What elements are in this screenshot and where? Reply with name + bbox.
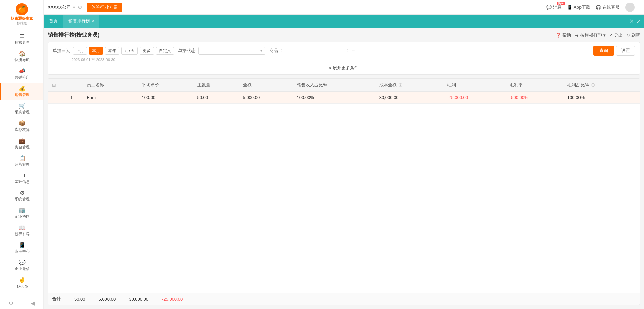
sidebar-item-member[interactable]: ✌ 畅会员: [0, 274, 43, 292]
status-chevron-icon: ▾: [260, 49, 262, 53]
tab-expand-icon[interactable]: ⤢: [636, 18, 641, 24]
filter-settings-btn[interactable]: 设置: [616, 46, 635, 56]
msg-btn[interactable]: 💬 消息 99+: [546, 4, 562, 10]
filter-more-btn[interactable]: ···: [352, 48, 355, 53]
sidebar-item-quicknav[interactable]: 🏠 快捷导航: [0, 48, 43, 65]
date-btn-this-year[interactable]: 本年: [105, 47, 119, 55]
sidebar-item-system[interactable]: ⚙ 系统管理: [0, 187, 43, 204]
footer-label: 合计: [52, 296, 61, 302]
column-settings-icon[interactable]: ⊞: [52, 82, 56, 88]
data-table: ⊞ 员工名称 平均单价 主数量 全额 销售收入占比% 成本全额 ⓘ: [48, 79, 640, 104]
th-gross: 毛利: [443, 79, 506, 92]
footer-qty: 50.00: [74, 297, 85, 302]
company-selector[interactable]: XXXXX公司 ▾: [48, 4, 75, 10]
company-name: XXXXX公司: [48, 4, 71, 10]
query-btn[interactable]: 查询: [593, 46, 614, 56]
tab-home-label: 首页: [49, 18, 58, 24]
app-label: App下载: [574, 4, 590, 10]
sidebar-item-purchase[interactable]: 🛒 采购管理: [0, 100, 43, 117]
sidebar-collapse-btn[interactable]: ◀: [31, 300, 35, 306]
app-icon: 📱: [567, 5, 572, 10]
tab-sales-ranking[interactable]: 销售排行榜 ×: [63, 15, 99, 28]
status-select[interactable]: ▾: [198, 47, 265, 55]
logo-text: 畅康通好生意: [11, 16, 33, 21]
cell-avg-price: 100.00: [138, 92, 193, 104]
tab-close-icon[interactable]: ×: [92, 19, 94, 23]
main-area: XXXXX公司 ▾ ⚙ 体验行业方案 💬 消息 99+ 📱 App下载 🎧 在线…: [44, 0, 644, 309]
goods-input[interactable]: [281, 49, 348, 52]
gross-pct-info-icon[interactable]: ⓘ: [591, 83, 595, 87]
enterprise-icon: 🏢: [19, 207, 26, 213]
operations-icon: 📋: [19, 155, 26, 161]
app-download-btn[interactable]: 📱 App下载: [567, 4, 590, 10]
user-avatar[interactable]: [625, 3, 635, 12]
tabbar-right: ✕ ⤢: [629, 18, 644, 24]
sidebar-item-guide[interactable]: 📖 新手引导: [0, 222, 43, 239]
filter-bar: 单据日期 上月 本月 本年 近7天 更多 自定义 单据状态 ▾: [48, 42, 640, 75]
th-avg-price: 平均单价: [138, 79, 193, 92]
tab-home[interactable]: 首页: [44, 15, 63, 28]
sidebar-item-label: 应用中心: [15, 249, 30, 254]
goods-filter-group: 商品 ···: [269, 48, 355, 54]
date-range-text: 2023-06-01 至 2023-06-30: [72, 58, 115, 62]
sidebar-item-label: 系统管理: [15, 197, 30, 202]
refresh-btn[interactable]: ↻ 刷新: [626, 32, 640, 38]
sidebar-settings-btn[interactable]: ⚙: [9, 300, 13, 306]
table-container: ⊞ 员工名称 平均单价 主数量 全额 销售收入占比% 成本全额 ⓘ: [48, 78, 640, 305]
service-label: 在线客服: [602, 4, 620, 10]
date-btn-7days[interactable]: 近7天: [121, 47, 138, 55]
table-wrap: ⊞ 员工名称 平均单价 主数量 全额 销售收入占比% 成本全额 ⓘ: [48, 79, 640, 293]
th-cost: 成本全额 ⓘ: [375, 79, 443, 92]
sidebar-footer: ⚙ ◀: [0, 297, 43, 309]
date-btn-this-month[interactable]: 本月: [89, 47, 103, 55]
topbar-gear-icon[interactable]: ⚙: [78, 4, 82, 10]
online-service-btn[interactable]: 🎧 在线客服: [596, 4, 620, 10]
th-settings: ⊞: [48, 79, 60, 92]
status-filter-label: 单据状态: [178, 48, 196, 54]
sales-icon: 💰: [19, 85, 26, 92]
sidebar-item-enterprise[interactable]: 🏢 企业协同: [0, 204, 43, 222]
table-row: 1 Eam 100.00 50.00 5,000.00 100.00% 30,0…: [48, 92, 640, 104]
topbar: XXXXX公司 ▾ ⚙ 体验行业方案 💬 消息 99+ 📱 App下载 🎧 在线…: [44, 0, 644, 15]
sidebar-item-operations[interactable]: 📋 经营管理: [0, 152, 43, 170]
date-btn-more[interactable]: 更多: [140, 47, 154, 55]
th-rank: [60, 79, 83, 92]
export-label: 导出: [614, 32, 623, 38]
print-icon: 🖨: [574, 33, 579, 38]
system-icon: ⚙: [20, 190, 25, 196]
tabbar: 首页 销售排行榜 × ✕ ⤢: [44, 15, 644, 28]
date-btn-last-month[interactable]: 上月: [73, 47, 87, 55]
tab-close-window-icon[interactable]: ✕: [629, 18, 634, 24]
logo-icon: 🍊: [16, 3, 28, 15]
sidebar-item-search[interactable]: ☰ 搜索菜单: [0, 30, 43, 48]
th-name: 员工名称: [83, 79, 138, 92]
sidebar-item-apps[interactable]: 📱 应用中心: [0, 239, 43, 257]
sidebar-item-basics[interactable]: 🗃 基础信息: [0, 170, 43, 187]
help-btn[interactable]: ❓ 帮助: [556, 32, 571, 38]
marketing-icon: 📣: [19, 68, 26, 74]
print-chevron-icon: ▾: [603, 33, 606, 38]
sidebar-item-finance[interactable]: 💼 资金管理: [0, 135, 43, 152]
sidebar-logo: 🍊 畅康通好生意 标准版: [0, 0, 43, 29]
sidebar-item-inventory[interactable]: 📦 库存核算: [0, 117, 43, 135]
topbar-right: 💬 消息 99+ 📱 App下载 🎧 在线客服: [546, 3, 640, 12]
sidebar: 🍊 畅康通好生意 标准版 ☰ 搜索菜单 🏠 快捷导航 📣 营销推广 💰 销售管理…: [0, 0, 44, 309]
sidebar-item-sales[interactable]: 💰 销售管理: [0, 83, 43, 100]
footer-amount: 5,000.00: [99, 297, 116, 302]
content: 销售排行榜(按业务员) ❓ 帮助 🖨 按模板打印 ▾ ↗ 导出 ↻ 刷新: [44, 28, 644, 309]
search-menu-icon: ☰: [20, 33, 25, 39]
date-btn-custom[interactable]: 自定义: [156, 47, 174, 55]
sidebar-item-marketing[interactable]: 📣 营销推广: [0, 65, 43, 83]
export-btn[interactable]: ↗ 导出: [609, 32, 623, 38]
date-buttons: 上月 本月 本年 近7天 更多 自定义: [73, 47, 174, 55]
industry-btn[interactable]: 体验行业方案: [87, 3, 122, 12]
cost-info-icon[interactable]: ⓘ: [399, 83, 402, 87]
help-label: 帮助: [562, 32, 571, 38]
cell-gross: -25,000.00: [443, 92, 506, 104]
sidebar-item-label: 库存核算: [15, 127, 30, 132]
print-btn[interactable]: 🖨 按模板打印 ▾: [574, 32, 606, 38]
sidebar-item-label: 经营管理: [15, 162, 30, 167]
sidebar-item-wechat[interactable]: 💬 企业微信: [0, 257, 43, 274]
table-footer: 合计 50.00 5,000.00 30,000.00 -25,000.00: [48, 293, 640, 305]
expand-filter-btn[interactable]: ▾ 展开更多条件: [53, 65, 635, 71]
